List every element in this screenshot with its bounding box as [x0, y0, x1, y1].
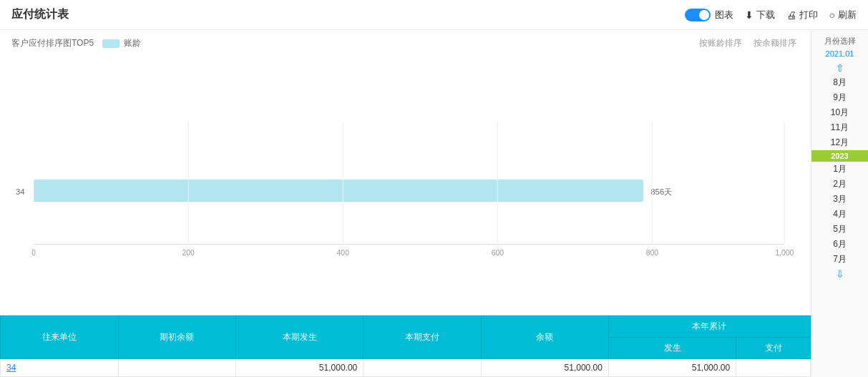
- sidebar-month-6[interactable]: 6月: [811, 237, 868, 252]
- data-table: 往来单位 期初余额 本期发生 本期支付 余额 本年累计 发生 支付: [0, 315, 811, 377]
- chart-section: 客户应付排序图TOP5 账龄 按账龄排序 按余额排序 34: [0, 30, 811, 377]
- svg-text:0: 0: [31, 249, 36, 257]
- sidebar-current-period[interactable]: 2021.01: [826, 49, 854, 58]
- refresh-icon: ○: [829, 9, 835, 21]
- sidebar-down-button[interactable]: ⇩: [833, 267, 847, 281]
- header-actions: 图表 ⬇ 下载 🖨 打印 ○ 刷新: [685, 9, 857, 21]
- table-row: 34 51,000.00 51,000.00 51,000.00: [1, 359, 811, 377]
- sidebar-month-3[interactable]: 3月: [811, 192, 868, 207]
- chart-sort-buttons: 按账龄排序 按余额排序: [696, 36, 799, 51]
- sidebar-month-5[interactable]: 5月: [811, 222, 868, 237]
- chart-y-label: 34: [16, 187, 25, 196]
- cell-unit: 34: [1, 359, 119, 377]
- sidebar-year-marker: 2023: [811, 150, 868, 162]
- svg-text:200: 200: [182, 249, 195, 257]
- chart-toggle-wrap[interactable]: 图表: [685, 9, 733, 21]
- sidebar-month-11[interactable]: 11月: [811, 120, 868, 135]
- col-header-current-occurrence: 本期发生: [236, 316, 364, 359]
- sidebar: 月份选择 2021.01 ⇧ 8月 9月 10月 11月 12月 2023 1月…: [811, 30, 868, 377]
- col-header-ytd-occurrence: 发生: [608, 338, 736, 359]
- sidebar-month-7[interactable]: 7月: [811, 252, 868, 267]
- chart-bar-value: 856天: [650, 187, 672, 196]
- legend-age-label: 账龄: [124, 37, 141, 49]
- svg-text:800: 800: [646, 249, 659, 257]
- page-title: 应付统计表: [11, 7, 69, 22]
- download-label: 下载: [756, 9, 775, 21]
- cell-ytd-occurrence: 51,000.00: [608, 359, 736, 377]
- cell-ytd-payment: [736, 359, 811, 377]
- table-header-row: 往来单位 期初余额 本期发生 本期支付 余额 本年累计: [1, 316, 811, 338]
- legend-age-color: [102, 39, 120, 48]
- sidebar-month-1[interactable]: 1月: [811, 162, 868, 177]
- unit-link[interactable]: 34: [6, 363, 16, 373]
- legend-item-top5: 客户应付排序图TOP5: [11, 37, 94, 49]
- sidebar-title: 月份选择: [824, 36, 856, 46]
- legend-item-age: 账龄: [102, 37, 141, 49]
- table-section: 往来单位 期初余额 本期发生 本期支付 余额 本年累计 发生 支付: [0, 315, 811, 377]
- cell-opening-balance: [118, 359, 236, 377]
- chart-toggle[interactable]: [685, 9, 711, 21]
- cell-current-occurrence: 51,000.00: [236, 359, 364, 377]
- chart-header: 客户应付排序图TOP5 账龄 按账龄排序 按余额排序: [0, 30, 811, 57]
- download-button[interactable]: ⬇ 下载: [745, 9, 775, 21]
- sidebar-month-12[interactable]: 12月: [811, 135, 868, 150]
- refresh-label: 刷新: [838, 9, 857, 21]
- app-container: 应付统计表 图表 ⬇ 下载 🖨 打印 ○ 刷新: [0, 0, 868, 377]
- chart-svg: 34 856天 0 200 400 600 800 1,000: [11, 62, 799, 315]
- svg-text:1,000: 1,000: [775, 249, 794, 257]
- sidebar-month-8[interactable]: 8月: [811, 75, 868, 90]
- print-icon: 🖨: [786, 9, 796, 21]
- sidebar-month-9[interactable]: 9月: [811, 90, 868, 105]
- chart-legend: 客户应付排序图TOP5 账龄: [11, 37, 141, 49]
- header: 应付统计表 图表 ⬇ 下载 🖨 打印 ○ 刷新: [0, 0, 868, 30]
- sidebar-month-4[interactable]: 4月: [811, 207, 868, 222]
- cell-current-payment: [364, 359, 482, 377]
- col-header-opening-balance: 期初余额: [118, 316, 236, 359]
- chart-bar: [34, 180, 643, 202]
- col-header-ytd-payment: 支付: [736, 338, 811, 359]
- col-header-balance: 余额: [481, 316, 608, 359]
- chart-wrapper: 34 856天 0 200 400 600 800 1,000: [0, 57, 811, 315]
- sidebar-month-10[interactable]: 10月: [811, 105, 868, 120]
- refresh-button[interactable]: ○ 刷新: [829, 9, 857, 21]
- sidebar-up-button[interactable]: ⇧: [833, 61, 847, 75]
- svg-text:600: 600: [492, 249, 504, 257]
- col-header-current-payment: 本期支付: [364, 316, 482, 359]
- download-icon: ⬇: [745, 9, 754, 21]
- print-button[interactable]: 🖨 打印: [786, 9, 818, 21]
- col-header-source-unit: 往来单位: [1, 316, 119, 359]
- svg-text:400: 400: [337, 249, 350, 257]
- print-label: 打印: [799, 9, 818, 21]
- sort-by-balance-button[interactable]: 按余额排序: [751, 36, 799, 51]
- col-header-ytd: 本年累计: [608, 316, 810, 338]
- cell-balance: 51,000.00: [481, 359, 608, 377]
- legend-top5-label: 客户应付排序图TOP5: [11, 37, 94, 49]
- chart-toggle-label: 图表: [715, 9, 733, 21]
- main-content: 客户应付排序图TOP5 账龄 按账龄排序 按余额排序 34: [0, 30, 868, 377]
- sidebar-month-2[interactable]: 2月: [811, 177, 868, 192]
- sort-by-amount-button[interactable]: 按账龄排序: [696, 36, 745, 51]
